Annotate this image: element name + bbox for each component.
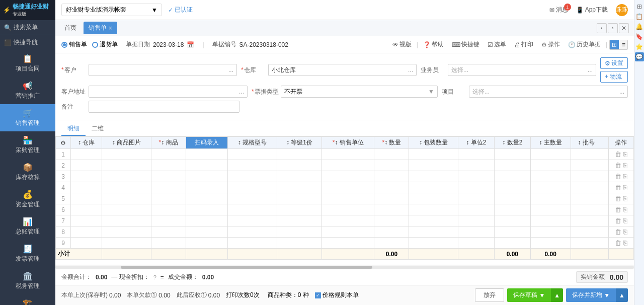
cell-4[interactable]	[228, 182, 277, 193]
cell-9[interactable]	[458, 193, 494, 204]
cell-13[interactable]	[602, 149, 608, 160]
tab-home[interactable]: 首页	[60, 22, 80, 34]
cell-3[interactable]	[186, 149, 228, 160]
tab-detail[interactable]: 明细	[61, 122, 86, 136]
cell-11[interactable]	[530, 226, 571, 238]
delete-row-icon[interactable]: 🗑	[615, 150, 621, 158]
cell-5[interactable]	[277, 226, 322, 238]
cell-2[interactable]	[151, 238, 186, 249]
cell-4[interactable]	[228, 215, 277, 226]
cell-11[interactable]	[530, 204, 571, 215]
cell-10[interactable]	[494, 160, 530, 171]
sidebar-item-inventory[interactable]: 📦 库存核算	[0, 159, 55, 186]
cell-0[interactable]	[71, 160, 102, 171]
cell-1[interactable]	[102, 182, 151, 193]
cell-9[interactable]	[458, 160, 494, 171]
cell-10[interactable]	[494, 182, 530, 193]
cell-3[interactable]	[186, 193, 228, 204]
cell-13[interactable]	[602, 160, 608, 171]
cell-5[interactable]	[277, 193, 322, 204]
cell-5[interactable]	[277, 204, 322, 215]
cell-1[interactable]	[102, 149, 151, 160]
cell-2[interactable]	[151, 171, 186, 182]
cell-3[interactable]	[186, 171, 228, 182]
cell-0[interactable]	[71, 215, 102, 226]
rp-icon-4[interactable]: 🔖	[635, 32, 644, 41]
cell-6[interactable]	[322, 238, 374, 249]
cell-11[interactable]	[530, 171, 571, 182]
cell-4[interactable]	[228, 193, 277, 204]
company-selector[interactable]: 好业财专业版演示帐套 ▼	[61, 4, 162, 16]
cell-9[interactable]	[458, 226, 494, 238]
cell-1[interactable]	[102, 204, 151, 215]
address-dots[interactable]: ...	[239, 88, 244, 95]
radio-sale[interactable]: 销售单	[61, 40, 87, 49]
cell-5[interactable]	[277, 238, 322, 249]
salesperson-dots[interactable]: ...	[588, 66, 593, 73]
cell-2[interactable]	[151, 204, 186, 215]
search-menu[interactable]: 🔍 搜索菜单	[0, 20, 55, 35]
calendar-icon[interactable]: 📅	[187, 41, 194, 48]
number-value[interactable]: SA-20230318-002	[239, 41, 288, 48]
cell-2[interactable]	[151, 149, 186, 160]
cell-8[interactable]	[409, 160, 458, 171]
cell-10[interactable]	[494, 215, 530, 226]
salesperson-input[interactable]: 选择... ...	[448, 64, 596, 76]
cell-0[interactable]	[71, 149, 102, 160]
cell-1[interactable]	[102, 215, 151, 226]
copy-row-icon[interactable]: ⎘	[623, 239, 627, 247]
cell-13[interactable]	[602, 238, 608, 249]
tab-close-btn[interactable]: ✕	[619, 23, 629, 33]
cell-3[interactable]	[186, 215, 228, 226]
date-value[interactable]: 2023-03-18	[153, 41, 184, 48]
copy-row-icon[interactable]: ⎘	[623, 184, 627, 191]
cell-9[interactable]	[458, 238, 494, 249]
cell-0[interactable]	[71, 238, 102, 249]
cell-13[interactable]	[602, 204, 608, 215]
rp-icon-5[interactable]: ⭐	[635, 42, 644, 51]
setup-button[interactable]: ⚙ 设置	[600, 57, 628, 69]
cell-11[interactable]	[530, 160, 571, 171]
cell-2[interactable]	[151, 182, 186, 193]
discount-help-icon[interactable]: ?	[153, 274, 156, 280]
cell-5[interactable]	[277, 171, 322, 182]
sidebar-item-purchase[interactable]: 🏪 采购管理	[0, 131, 55, 159]
logistics-button[interactable]: + 物流	[600, 71, 628, 83]
remark-input[interactable]	[89, 101, 239, 113]
cell-7[interactable]	[374, 149, 409, 160]
cell-6[interactable]	[322, 215, 374, 226]
th-scan[interactable]: 扫码录入	[186, 137, 228, 149]
project-dots[interactable]: ...	[619, 88, 624, 95]
rp-icon-3[interactable]: 🔔	[635, 22, 644, 31]
cell-12[interactable]	[571, 182, 602, 193]
cell-5[interactable]	[277, 149, 322, 160]
operation-btn[interactable]: ⚙ 操作	[538, 39, 563, 50]
cell-11[interactable]	[530, 238, 571, 249]
sidebar-item-tax[interactable]: 🏛️ 税务管理	[0, 267, 55, 294]
cell-4[interactable]	[228, 171, 277, 182]
cell-7[interactable]	[374, 204, 409, 215]
cell-1[interactable]	[102, 193, 151, 204]
scrollbar-thumb[interactable]	[121, 266, 372, 269]
sidebar-item-invoice[interactable]: 🧾 发票管理	[0, 240, 55, 267]
save-new-button[interactable]: 保存并新增 ▼	[566, 288, 616, 302]
rp-icon-1[interactable]: ⊞	[635, 2, 644, 11]
delete-row-icon[interactable]: 🗑	[615, 239, 621, 247]
cell-13[interactable]	[602, 182, 608, 193]
cell-3[interactable]	[186, 160, 228, 171]
sidebar-item-assets[interactable]: 🏗️ 固定资产	[0, 294, 55, 305]
cell-1[interactable]	[102, 171, 151, 182]
delete-row-icon[interactable]: 🗑	[615, 195, 621, 202]
delete-row-icon[interactable]: 🗑	[615, 217, 621, 224]
cell-7[interactable]	[374, 238, 409, 249]
copy-row-icon[interactable]: ⎘	[623, 206, 627, 213]
cell-6[interactable]	[322, 171, 374, 182]
copy-row-icon[interactable]: ⎘	[623, 173, 627, 180]
cell-11[interactable]	[530, 215, 571, 226]
cell-0[interactable]	[71, 226, 102, 238]
cell-12[interactable]	[571, 193, 602, 204]
shortcut-btn[interactable]: ⌨ 快捷键	[449, 39, 482, 50]
cell-0[interactable]	[71, 182, 102, 193]
cell-10[interactable]	[494, 149, 530, 160]
cell-12[interactable]	[571, 215, 602, 226]
